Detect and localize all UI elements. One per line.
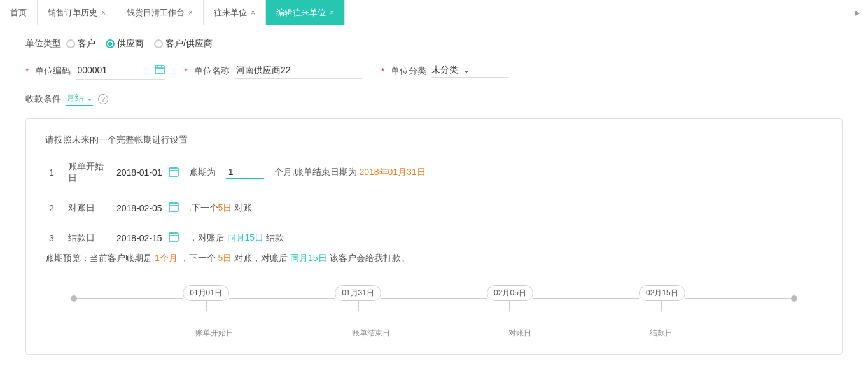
unit-class-dropdown[interactable]: 未分类 ⌄ [431,64,508,78]
row1-suffix-after: 个月,账单结束日期为 2018年01月31日 [274,167,426,178]
month-input[interactable] [226,165,264,179]
tab-home[interactable]: 首页 [0,0,38,25]
timeline-node-4-pill: 02月15日 [639,285,685,301]
timeline-label-3-text: 对账日 [508,328,531,339]
unit-name-field: * 单位名称 [184,63,361,79]
form-row-unit-info: * 单位编码 * 单位名称 * 单位分类 未分类 ⌄ [25,62,843,80]
close-icon[interactable]: × [251,8,255,17]
tab-edit-partner[interactable]: 编辑往来单位 × [266,0,345,25]
period-row-1: 1 账单开始日 2018-01-01 账期为 个月,账单结束日期为 2018年0… [45,161,823,184]
tab-partner[interactable]: 往来单位 × [204,0,266,25]
end-date-highlight: 2018年01月31日 [359,167,425,177]
unit-name-input[interactable] [235,63,362,79]
row3-highlight: 同月15日 [227,232,264,243]
timeline-node-2: 01月31日 [335,285,381,311]
date-val-3: 2018-02-15 [116,233,162,243]
timeline-node-3: 02月05日 [487,285,533,311]
timeline-seg-1 [77,298,183,299]
payment-label: 收款条件 [25,94,61,105]
required-star-code: * [25,66,29,76]
svg-rect-4 [169,168,178,176]
radio-supplier-label: 供应商 [117,38,144,50]
period-num-2: 2 [45,203,58,213]
close-icon[interactable]: × [330,8,334,17]
timeline-vert-1 [206,301,207,311]
payment-select[interactable]: 月结 ⌄ [66,92,93,106]
period-date-1: 2018-01-01 [116,167,179,179]
timeline-left-dot [71,295,77,302]
required-star-name: * [184,66,187,76]
preview-end: 该客户会给我打款。 [330,253,410,263]
timeline-right-dot [791,295,797,302]
card-panel: 请按照未来的一个完整帐期进行设置 1 账单开始日 2018-01-01 账期为 … [25,118,843,355]
preview-part1: 1个月 [155,253,178,263]
preview-label: 账期预览：当前客户账期是 [45,253,152,263]
unit-code-input-wrapper [76,62,165,80]
calendar-icon-row3[interactable] [169,232,179,244]
radio-circle-supplier [106,39,115,48]
timeline-vert-2 [358,301,359,311]
timeline-label-1: 账单开始日 [195,311,234,339]
period-date-2: 2018-02-05 [116,202,179,214]
row3-suffix: ，对账后 同月15日 结款 [189,232,284,244]
calendar-icon-row2[interactable] [169,202,179,214]
tab-home-label: 首页 [10,7,27,18]
timeline-node-1-pill: 01月01日 [183,285,229,301]
preview-sep1: ，下一个 [180,253,216,263]
unit-code-field: * 单位编码 [25,62,165,80]
form-row-payment: 收款条件 月结 ⌄ ? [25,92,843,106]
tab-cash-work[interactable]: 钱货日清工作台 × [116,0,204,25]
timeline-label-2-text: 账单结束日 [352,328,390,339]
row2-highlight: 5日 [218,202,232,213]
timeline-seg-5 [685,298,791,299]
unit-name-label: 单位名称 [194,66,230,77]
timeline-seg-3 [381,298,487,299]
timeline-label-3: 对账日 [508,311,531,339]
card-title: 请按照未来的一个完整帐期进行设置 [45,134,823,146]
calendar-icon-code[interactable] [155,64,165,76]
unit-code-input[interactable] [76,62,152,78]
tab-sales-history[interactable]: 销售订单历史 × [38,0,116,25]
unit-type-label: 单位类型 [25,38,61,50]
chevron-icon-payment: ⌄ [87,94,93,102]
help-icon[interactable]: ? [98,94,108,104]
period-type-label-3: 结款日 [68,232,106,244]
close-icon[interactable]: × [188,8,193,17]
period-num-3: 3 [45,233,58,243]
timeline-label-2: 账单结束日 [352,311,390,339]
radio-group-type: 客户 供应商 客户/供应商 [66,38,213,50]
period-row-3: 3 结款日 2018-02-15 ，对账后 同月15日 结款 [45,232,823,244]
unit-code-label: 单位编码 [35,66,71,77]
timeline-node-1: 01月01日 [183,285,229,311]
timeline-seg-4 [533,298,639,299]
tab-edit-partner-label: 编辑往来单位 [276,7,326,18]
tab-expand-button[interactable]: ► [846,0,868,25]
timeline-vert-4 [661,301,662,311]
timeline: 01月01日 01月31日 02月05日 [45,285,823,339]
tab-cash-work-label: 钱货日清工作台 [127,7,185,18]
period-type-label-2: 对账日 [68,202,106,214]
unit-type-field: 单位类型 客户 供应商 客户/供应商 [25,38,213,50]
period-date-3: 2018-02-15 [116,232,179,244]
unit-class-label: 单位分类 [391,66,426,77]
date-val-1: 2018-01-01 [116,167,162,178]
radio-supplier[interactable]: 供应商 [106,38,144,50]
timeline-label-1-text: 账单开始日 [195,328,234,339]
period-type-label-1: 账单开始日 [68,161,106,184]
svg-rect-0 [155,66,164,74]
svg-rect-8 [169,203,178,211]
tab-partner-label: 往来单位 [214,7,247,18]
preview-part2: 5日 [218,253,232,263]
radio-both[interactable]: 客户/供应商 [154,38,213,50]
radio-both-label: 客户/供应商 [165,38,213,50]
row2-suffix: ,下一个5日 对账 [189,202,253,214]
chevron-down-icon: ⌄ [463,66,470,74]
close-icon[interactable]: × [101,8,106,17]
calendar-icon-row1[interactable] [169,167,179,179]
radio-customer[interactable]: 客户 [66,38,95,50]
timeline-label-4: 结款日 [650,311,673,339]
required-star-class: * [381,66,384,76]
period-num-1: 1 [45,167,58,178]
tab-sales-history-label: 销售订单历史 [48,7,97,18]
preview-part3: 同月15日 [290,253,327,263]
